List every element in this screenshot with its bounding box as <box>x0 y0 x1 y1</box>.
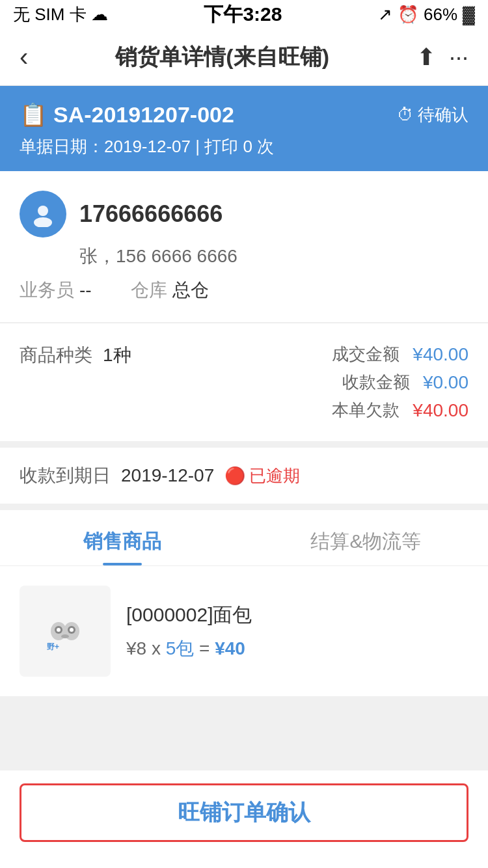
tab-sales-goods-label: 销售商品 <box>83 530 161 552</box>
svg-point-0 <box>38 206 48 216</box>
order-date: 单据日期：2019-12-07 | 打印 0 次 <box>20 135 468 158</box>
order-icon: 📋 <box>20 102 47 128</box>
svg-text:野+: 野+ <box>47 642 59 651</box>
customer-top: 17666666666 <box>20 191 468 237</box>
product-info: [0000002]面包 ¥8 x 5包 = ¥40 <box>126 602 468 661</box>
warehouse-value: 总仓 <box>172 278 209 303</box>
product-image: 野+ <box>20 586 111 677</box>
amount-value-2: ¥40.00 <box>413 400 468 421</box>
product-name: [0000002]面包 <box>126 602 468 629</box>
order-status-text: 待确认 <box>418 103 468 126</box>
nav-bar: ‹ 销货单详情(来自旺铺) ⬆ ··· <box>0 29 488 86</box>
sales-rep-value: -- <box>79 280 92 301</box>
amount-row-0: 成交金额 ¥40.00 <box>332 343 468 366</box>
order-id: 📋 SA-20191207-002 <box>20 102 234 128</box>
order-status: ⏱ 待确认 <box>397 103 468 126</box>
product-item: 野+ [0000002]面包 ¥8 x 5包 = ¥40 <box>20 586 468 677</box>
avatar <box>20 191 66 237</box>
type-value: 1种 <box>103 343 131 368</box>
battery-percent: 66% <box>424 5 457 25</box>
order-header-top: 📋 SA-20191207-002 ⏱ 待确认 <box>20 102 468 128</box>
tab-settlement-label: 结算&物流等 <box>310 530 421 552</box>
warehouse-label: 仓库 <box>131 278 167 303</box>
confirm-order-button[interactable]: 旺铺订单确认 <box>20 783 468 842</box>
product-price-row: ¥8 x 5包 = ¥40 <box>126 636 468 661</box>
svg-point-8 <box>61 634 69 638</box>
summary-right: 成交金额 ¥40.00 收款金额 ¥0.00 本单欠款 ¥40.00 <box>332 343 468 422</box>
due-label: 收款到期日 <box>20 463 111 488</box>
warehouse-item: 仓库 总仓 <box>131 278 209 303</box>
nav-actions: ⬆ ··· <box>416 44 468 71</box>
svg-point-6 <box>57 628 61 632</box>
page-title: 销货单详情(来自旺铺) <box>115 42 329 72</box>
sales-rep-label: 业务员 <box>20 278 74 303</box>
more-button[interactable]: ··· <box>449 44 468 71</box>
customer-phone: 17666666666 <box>79 200 223 228</box>
customer-meta: 业务员 -- 仓库 总仓 <box>20 278 468 303</box>
order-id-text: SA-20191207-002 <box>53 102 234 128</box>
status-left: 无 SIM 卡 ☁ <box>13 3 108 26</box>
amount-label-0: 成交金额 <box>332 343 400 366</box>
customer-section: 17666666666 张，156 6666 6666 业务员 -- 仓库 总仓 <box>0 171 488 323</box>
bottom-button-container: 旺铺订单确认 <box>0 770 488 868</box>
amount-value-0: ¥40.00 <box>413 344 468 365</box>
amount-label-2: 本单欠款 <box>332 399 400 422</box>
due-date-section: 收款到期日 2019-12-07 🔴 已逾期 <box>0 448 488 510</box>
product-section: 野+ [0000002]面包 ¥8 x 5包 = ¥40 <box>0 566 488 696</box>
overdue-alert-icon: 🔴 <box>224 466 245 486</box>
share-button[interactable]: ⬆ <box>416 44 436 71</box>
order-header: 📋 SA-20191207-002 ⏱ 待确认 单据日期：2019-12-07 … <box>0 86 488 171</box>
clock-icon: ⏱ <box>397 105 414 125</box>
summary-left: 商品种类 1种 <box>20 343 131 368</box>
overdue-badge: 🔴 已逾期 <box>224 465 300 487</box>
amount-label-1: 收款金额 <box>342 371 410 394</box>
due-date-value: 2019-12-07 <box>121 465 214 486</box>
status-right: ↗ ⏰ 66% ▓ <box>378 5 475 25</box>
tabs-row: 销售商品 结算&物流等 <box>0 510 488 565</box>
location-icon: ↗ <box>378 5 392 25</box>
status-time: 下午3:28 <box>204 1 282 28</box>
tabs-section: 销售商品 结算&物流等 <box>0 510 488 566</box>
type-label: 商品种类 <box>20 343 92 368</box>
tab-sales-goods[interactable]: 销售商品 <box>0 510 244 565</box>
overdue-text: 已逾期 <box>249 465 300 487</box>
customer-name: 张，156 6666 6666 <box>79 244 468 269</box>
battery-icon: ▓ <box>463 5 475 25</box>
amount-value-1: ¥0.00 <box>423 372 468 393</box>
sim-status: 无 SIM 卡 ☁ <box>13 3 108 26</box>
amount-row-1: 收款金额 ¥0.00 <box>342 371 468 394</box>
product-multiply: x <box>152 638 166 658</box>
product-price: ¥8 <box>126 638 146 658</box>
product-total: ¥40 <box>215 638 245 658</box>
product-equals: = <box>199 638 215 658</box>
summary-section: 商品种类 1种 成交金额 ¥40.00 收款金额 ¥0.00 本单欠款 ¥40.… <box>0 323 488 448</box>
sales-rep-item: 业务员 -- <box>20 278 92 303</box>
svg-point-7 <box>70 628 74 632</box>
amount-row-2: 本单欠款 ¥40.00 <box>332 399 468 422</box>
back-button[interactable]: ‹ <box>20 42 28 72</box>
alarm-icon: ⏰ <box>398 5 418 25</box>
product-type-row: 商品种类 1种 <box>20 343 131 368</box>
product-quantity: 5包 <box>166 638 195 658</box>
svg-point-1 <box>34 217 52 227</box>
tab-settlement[interactable]: 结算&物流等 <box>244 510 488 565</box>
status-bar: 无 SIM 卡 ☁ 下午3:28 ↗ ⏰ 66% ▓ <box>0 0 488 29</box>
